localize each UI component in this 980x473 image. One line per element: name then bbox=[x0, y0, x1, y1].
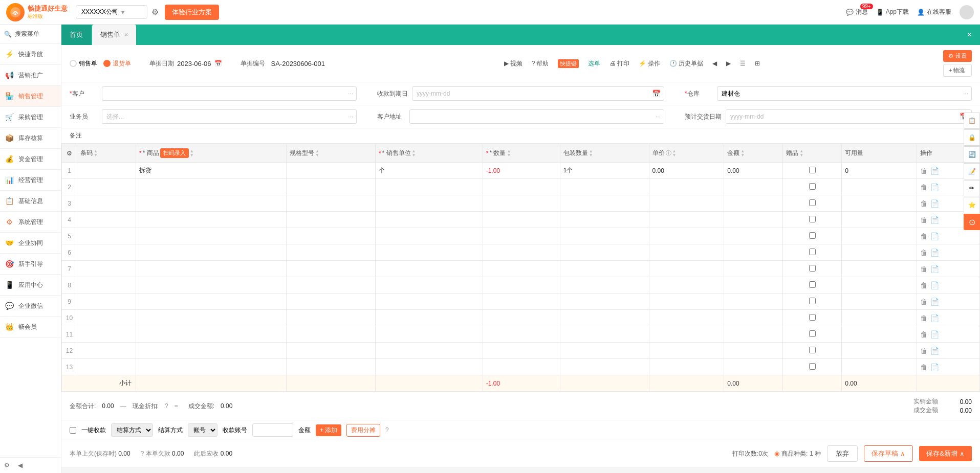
save-draft-button[interactable]: 保存草稿 ∧ bbox=[864, 445, 913, 462]
row-product[interactable] bbox=[136, 261, 286, 277]
row-product[interactable] bbox=[136, 294, 286, 310]
row-spec[interactable] bbox=[287, 359, 376, 375]
row-pkg-qty[interactable] bbox=[560, 195, 649, 212]
row-copy-icon[interactable]: 📄 bbox=[930, 314, 939, 322]
float-btn-7[interactable]: ⊙ bbox=[964, 214, 980, 230]
row-amount[interactable] bbox=[724, 179, 783, 195]
row-qty[interactable] bbox=[483, 195, 560, 212]
row-amount[interactable] bbox=[724, 277, 783, 294]
row-price[interactable] bbox=[649, 343, 724, 359]
row-pkg-qty[interactable] bbox=[560, 244, 649, 261]
tab-close-icon[interactable]: × bbox=[124, 31, 128, 38]
row-delete-icon[interactable]: 🗑 bbox=[920, 347, 927, 355]
row-copy-icon[interactable]: 📄 bbox=[930, 347, 939, 355]
row-amount[interactable] bbox=[724, 359, 783, 375]
sidebar-search[interactable]: 🔍 搜索菜单 bbox=[0, 25, 61, 44]
row-unit[interactable] bbox=[375, 179, 483, 195]
row-barcode[interactable] bbox=[77, 359, 136, 375]
th-settings[interactable]: ⚙ bbox=[62, 144, 77, 163]
row-delete-icon[interactable]: 🗑 bbox=[920, 281, 927, 289]
tab-home[interactable]: 首页 bbox=[61, 25, 91, 45]
row-amount[interactable] bbox=[724, 326, 783, 343]
float-btn-5[interactable]: ✏ bbox=[964, 180, 980, 196]
expected-date-input[interactable]: yyyy-mm-dd 📅 bbox=[726, 109, 972, 124]
row-qty[interactable]: -1.00 bbox=[483, 163, 560, 179]
row-gift[interactable] bbox=[783, 359, 842, 375]
row-unit[interactable] bbox=[375, 228, 483, 244]
row-price[interactable] bbox=[649, 244, 724, 261]
row-gift[interactable] bbox=[783, 326, 842, 343]
row-amount[interactable]: 0.00 bbox=[724, 163, 783, 179]
row-product[interactable] bbox=[136, 244, 286, 261]
row-barcode[interactable] bbox=[77, 261, 136, 277]
warehouse-input[interactable]: 建材仓 ··· bbox=[717, 86, 972, 101]
row-price[interactable] bbox=[649, 195, 724, 212]
row-delete-icon[interactable]: 🗑 bbox=[920, 330, 927, 339]
company-settings-icon[interactable]: ⚙ bbox=[151, 7, 159, 17]
row-amount[interactable] bbox=[724, 261, 783, 277]
trial-button[interactable]: 体验行业方案 bbox=[165, 5, 219, 20]
row-gift[interactable] bbox=[783, 228, 842, 244]
row-unit[interactable] bbox=[375, 244, 483, 261]
row-amount[interactable] bbox=[724, 228, 783, 244]
print-button[interactable]: 🖨 打印 bbox=[606, 58, 633, 70]
row-barcode[interactable] bbox=[77, 326, 136, 343]
row-delete-icon[interactable]: 🗑 bbox=[920, 167, 927, 175]
float-btn-1[interactable]: 📋 bbox=[964, 112, 980, 129]
row-copy-icon[interactable]: 📄 bbox=[930, 199, 939, 208]
app-download-button[interactable]: 📱 App下载 bbox=[876, 8, 909, 16]
row-qty[interactable] bbox=[483, 343, 560, 359]
row-delete-icon[interactable]: 🗑 bbox=[920, 298, 927, 306]
row-unit[interactable] bbox=[375, 261, 483, 277]
row-barcode[interactable] bbox=[77, 179, 136, 195]
company-selector[interactable]: XXXXXX公司 ▾ bbox=[76, 5, 147, 19]
row-qty[interactable] bbox=[483, 294, 560, 310]
row-product[interactable] bbox=[136, 277, 286, 294]
video-button[interactable]: ▶ 视频 bbox=[501, 58, 526, 70]
sidebar-item-sales[interactable]: 🏪 销售管理 bbox=[0, 86, 61, 107]
row-price[interactable] bbox=[649, 359, 724, 375]
row-gift[interactable] bbox=[783, 179, 842, 195]
sidebar-item-system[interactable]: ⚙ 系统管理 bbox=[0, 212, 61, 233]
row-spec[interactable] bbox=[287, 195, 376, 212]
row-gift[interactable] bbox=[783, 244, 842, 261]
row-product[interactable]: 拆货 bbox=[136, 163, 286, 179]
row-pkg-qty[interactable] bbox=[560, 228, 649, 244]
row-qty[interactable] bbox=[483, 228, 560, 244]
row-delete-icon[interactable]: 🗑 bbox=[920, 363, 927, 371]
row-spec[interactable] bbox=[287, 326, 376, 343]
save-new-button[interactable]: 保存&新增 ∧ bbox=[919, 446, 972, 461]
discard-button[interactable]: 放弃 bbox=[827, 445, 858, 462]
row-gift[interactable] bbox=[783, 294, 842, 310]
row-spec[interactable] bbox=[287, 294, 376, 310]
row-qty[interactable] bbox=[483, 244, 560, 261]
row-spec[interactable] bbox=[287, 228, 376, 244]
row-gift[interactable] bbox=[783, 195, 842, 212]
row-qty[interactable] bbox=[483, 179, 560, 195]
next-record-button[interactable]: ▶ bbox=[723, 58, 734, 69]
scan-button[interactable]: 扫码录入 bbox=[160, 148, 189, 158]
row-pkg-qty[interactable] bbox=[560, 310, 649, 326]
row-delete-icon[interactable]: 🗑 bbox=[920, 183, 927, 191]
row-product[interactable] bbox=[136, 359, 286, 375]
row-product[interactable] bbox=[136, 343, 286, 359]
prev-record-button[interactable]: ◀ bbox=[709, 58, 720, 69]
grid-view-button[interactable]: ⊞ bbox=[752, 58, 763, 69]
row-unit[interactable] bbox=[375, 294, 483, 310]
history-button[interactable]: 🕐 历史单据 bbox=[666, 58, 706, 70]
row-product[interactable] bbox=[136, 212, 286, 228]
row-pkg-qty[interactable] bbox=[560, 277, 649, 294]
row-delete-icon[interactable]: 🗑 bbox=[920, 265, 927, 273]
row-price[interactable] bbox=[649, 310, 724, 326]
tab-sales-order[interactable]: 销售单 × bbox=[92, 25, 136, 45]
sidebar-item-enterprise[interactable]: 🤝 企业协同 bbox=[0, 233, 61, 254]
row-copy-icon[interactable]: 📄 bbox=[930, 363, 939, 371]
row-barcode[interactable] bbox=[77, 294, 136, 310]
row-price[interactable] bbox=[649, 179, 724, 195]
row-amount[interactable] bbox=[724, 212, 783, 228]
row-gift[interactable] bbox=[783, 261, 842, 277]
row-qty[interactable] bbox=[483, 326, 560, 343]
row-copy-icon[interactable]: 📄 bbox=[930, 298, 939, 306]
row-product[interactable] bbox=[136, 310, 286, 326]
row-unit[interactable] bbox=[375, 212, 483, 228]
